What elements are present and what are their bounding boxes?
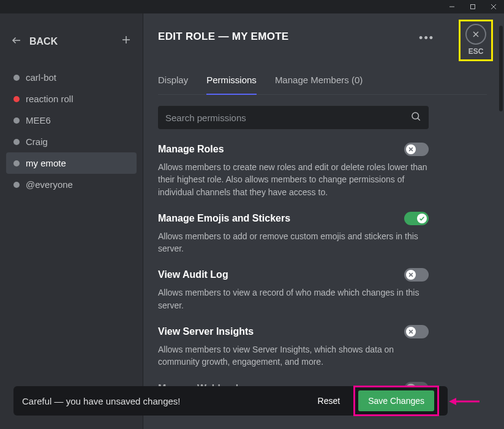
role-list: carl-botreaction rollMEE6Craigmy emote@e… (6, 67, 137, 195)
roles-sidebar: BACK carl-botreaction rollMEE6Craigmy em… (0, 13, 143, 429)
role-label: my emote (26, 158, 66, 168)
permission-section: Manage Emojis and StickersAllows members… (158, 212, 429, 255)
permission-section: Manage RolesAllows members to create new… (158, 143, 429, 198)
permission-section: View Server InsightsAllows members to vi… (158, 325, 429, 368)
role-label: reaction roll (26, 94, 73, 104)
window-titlebar (0, 0, 504, 13)
close-button[interactable] (465, 24, 486, 45)
back-button[interactable]: BACK (11, 35, 58, 48)
reset-button[interactable]: Reset (309, 391, 349, 411)
role-color-dot (13, 139, 20, 145)
unsaved-message: Careful — you have unsaved changes! (22, 396, 309, 406)
role-item[interactable]: my emote (6, 152, 137, 174)
role-item[interactable]: Craig (6, 131, 137, 152)
back-arrow-icon (11, 35, 22, 48)
search-icon (410, 111, 421, 124)
permission-title: View Server Insights (158, 326, 254, 337)
role-color-dot (13, 118, 20, 124)
unsaved-changes-bar: Careful — you have unsaved changes! Rese… (13, 386, 448, 416)
role-color-dot (13, 160, 20, 166)
close-highlight: ESC (459, 20, 493, 61)
permission-title: Manage Roles (158, 144, 224, 155)
window-minimize-button[interactable] (444, 0, 460, 13)
arrow-callout-icon (449, 397, 480, 406)
role-item[interactable]: MEE6 (6, 110, 137, 131)
role-label: MEE6 (26, 115, 51, 125)
svg-marker-20 (449, 398, 456, 405)
page-title: EDIT ROLE — MY EMOTE (158, 31, 288, 43)
window-maximize-button[interactable] (465, 0, 481, 13)
permission-description: Allows members to add or remove custom e… (158, 230, 429, 255)
back-label: BACK (29, 36, 58, 47)
permission-description: Allows members to create new roles and e… (158, 161, 429, 198)
more-options-button[interactable]: ••• (419, 31, 434, 45)
svg-rect-1 (471, 5, 475, 9)
x-icon (406, 270, 416, 280)
search-permissions[interactable] (158, 106, 429, 129)
add-role-button[interactable] (121, 34, 132, 48)
role-item[interactable]: @everyone (6, 174, 137, 195)
scrollbar[interactable] (499, 26, 503, 111)
tab[interactable]: Permissions (206, 75, 257, 95)
permission-title: Manage Emojis and Stickers (158, 213, 290, 224)
role-label: carl-bot (26, 72, 56, 83)
tab[interactable]: Manage Members (0) (275, 75, 363, 94)
permission-toggle[interactable] (404, 212, 429, 225)
save-changes-button[interactable]: Save Changes (358, 390, 434, 411)
permission-title: View Audit Log (158, 269, 228, 280)
role-item[interactable]: carl-bot (6, 67, 137, 88)
role-label: @everyone (26, 179, 73, 190)
permission-toggle[interactable] (404, 143, 429, 156)
svg-line-10 (418, 118, 420, 121)
x-icon (406, 144, 416, 154)
check-icon (417, 214, 427, 223)
permission-description: Allows members to view a record of who m… (158, 286, 429, 311)
permission-section: View Audit LogAllows members to view a r… (158, 268, 429, 311)
window-close-button[interactable] (486, 0, 502, 13)
x-icon (406, 327, 416, 337)
role-label: Craig (26, 136, 48, 147)
main-panel: EDIT ROLE — MY EMOTE ••• ESC DisplayPerm… (143, 13, 504, 429)
tab[interactable]: Display (158, 75, 188, 94)
permission-toggle[interactable] (404, 325, 429, 338)
permission-list: Manage RolesAllows members to create new… (158, 143, 487, 395)
role-item[interactable]: reaction roll (6, 88, 137, 110)
save-highlight: Save Changes (353, 386, 439, 416)
tabs: DisplayPermissionsManage Members (0) (158, 75, 487, 95)
search-input[interactable] (165, 113, 410, 123)
close-label: ESC (468, 47, 484, 56)
permission-toggle[interactable] (404, 268, 429, 282)
permission-description: Allows members to view Server Insights, … (158, 343, 429, 368)
role-color-dot (13, 75, 20, 81)
svg-point-9 (412, 113, 419, 119)
role-color-dot (13, 96, 20, 102)
role-color-dot (13, 182, 20, 188)
